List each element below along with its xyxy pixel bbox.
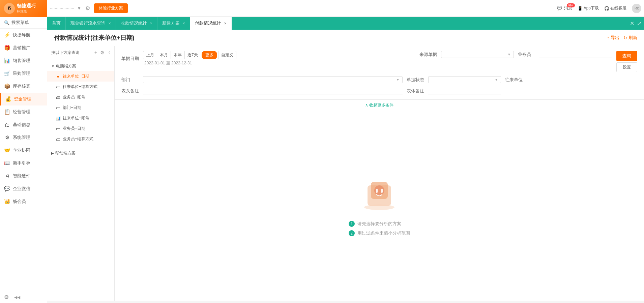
sidebar-search-label: 搜索菜单 <box>11 20 29 26</box>
sidebar-collapse-icon[interactable]: ◀◀ <box>14 295 20 300</box>
refresh-label: 刷新 <box>628 35 637 41</box>
tab-close-all-icon[interactable]: ✕ <box>630 20 634 27</box>
user-avatar[interactable]: Rit <box>632 4 641 13</box>
refresh-btn[interactable]: ↻ 刷新 <box>623 35 637 41</box>
date-btn-last-month[interactable]: 上月 <box>143 51 157 59</box>
mobile-group-title[interactable]: ▶ 移动端方案 <box>47 148 114 158</box>
date-btn-more[interactable]: 更多 <box>202 51 217 59</box>
scheme-partner-settle[interactable]: 🗃 往来单位+结算方式 <box>47 82 114 92</box>
scheme-staff-settle[interactable]: 🗃 业务员+结算方式 <box>47 134 114 144</box>
tab-new-scheme-label: 新建方案 <box>162 20 180 26</box>
tab-bank-flow[interactable]: 现金银行流水查询 ✕ <box>66 17 116 30</box>
scheme-label: 往来单位+日期 <box>63 73 89 79</box>
tab-expand-icon[interactable]: ⤢ <box>637 20 641 27</box>
date-btn-this-month[interactable]: 本月 <box>157 51 171 59</box>
scheme-collapse-icon[interactable]: 《 <box>107 50 110 55</box>
mobile-expand-arrow: ▶ <box>51 151 54 155</box>
sidebar-item-wechat[interactable]: 💬 企业微信 <box>0 182 47 195</box>
scheme-partner-date[interactable]: ● 往来单位+日期 <box>47 71 114 82</box>
filter-actions: 查询 设置 <box>616 51 637 72</box>
sidebar-settings-icon[interactable]: ⚙ <box>4 294 9 300</box>
scheme-dept-date[interactable]: 🗃 部门+日期 <box>47 102 114 113</box>
sidebar-item-sales[interactable]: 📊 销售管理 <box>0 54 47 67</box>
dept-arrow-icon: ▼ <box>396 78 400 82</box>
tab-new-scheme-close[interactable]: ✕ <box>182 22 185 25</box>
scheme-partner-account[interactable]: 📊 往来单位+账号 <box>47 113 114 123</box>
svg-rect-5 <box>381 189 383 193</box>
source-arrow-icon: ▼ <box>507 53 511 56</box>
sidebar-item-basic-info[interactable]: 🗂 基础信息 <box>0 118 47 131</box>
sidebar-item-purchase[interactable]: 🛒 采购管理 <box>0 67 47 80</box>
sidebar-search[interactable]: 🔍 搜索菜单 <box>0 17 47 29</box>
step2-text: 用过滤条件来缩小分析范围 <box>357 230 410 236</box>
app-download-label: App下载 <box>584 5 599 11</box>
sidebar-item-hardware[interactable]: 🖨 智能硬件 <box>0 170 47 182</box>
header-settings-icon[interactable]: ⚙ <box>85 5 90 11</box>
desktop-group-title[interactable]: ▼ 电脑端方案 <box>47 61 114 71</box>
purchase-icon: 🛒 <box>4 70 10 77</box>
staff-input[interactable] <box>539 51 612 58</box>
tab-bank-flow-close[interactable]: ✕ <box>108 22 111 25</box>
sidebar-item-guide[interactable]: 📖 新手引导 <box>0 157 47 170</box>
source-select[interactable]: ▼ <box>441 51 514 58</box>
dept-filter-label: 部门 <box>121 77 140 83</box>
left-panel-title: 按以下方案查询 <box>51 50 80 56</box>
tab-home[interactable]: 首页 <box>47 17 66 30</box>
date-filter-label: 单据日期 <box>121 56 140 62</box>
partner-input[interactable] <box>527 76 599 83</box>
scheme-label: 往来单位+结算方式 <box>63 84 97 90</box>
query-btn[interactable]: 查询 <box>616 51 637 61</box>
header-note-input[interactable] <box>143 87 403 94</box>
staff-date-icon: 🗃 <box>55 126 61 131</box>
collapse-bar[interactable]: ∧ 收起更多条件 <box>115 99 644 111</box>
header-dropdown-icon[interactable]: ▼ <box>77 6 81 11</box>
messages-btn[interactable]: 💬 消息 99+ <box>557 5 572 11</box>
sidebar-item-enterprise[interactable]: 🤝 企业协同 <box>0 144 47 157</box>
dept-select[interactable]: ▼ <box>143 76 403 83</box>
sidebar-item-marketing[interactable]: 🎁 营销推广 <box>0 41 47 54</box>
page-title: 付款情况统计(往来单位+日期) <box>54 34 135 42</box>
guide-icon: 📖 <box>4 160 10 166</box>
search-icon: 🔍 <box>4 20 9 25</box>
tab-receive-stats[interactable]: 收款情况统计 ✕ <box>116 17 157 30</box>
tab-payment-stats[interactable]: 付款情况统计 ✕ <box>190 17 232 30</box>
tab-new-scheme[interactable]: 新建方案 ✕ <box>157 17 190 30</box>
sidebar-item-label: 系统管理 <box>13 134 30 141</box>
tab-home-label: 首页 <box>52 20 61 26</box>
body-note-input[interactable] <box>428 87 501 94</box>
filter-settings-btn[interactable]: 设置 <box>616 62 637 72</box>
collapse-icon: ∧ <box>365 103 368 108</box>
content-body: 按以下方案查询 ＋ ⚙ 《 ▼ 电脑端方案 ● 往来单位+日期 <box>47 46 644 301</box>
sidebar-item-label: 新手引导 <box>13 160 30 166</box>
header-bar: ···················· ▼ ⚙ 体验行业方案 💬 消息 99+… <box>47 0 644 17</box>
trial-btn[interactable]: 体验行业方案 <box>94 3 128 13</box>
date-btn-custom[interactable]: 自定义 <box>218 51 236 59</box>
scheme-label: 业务员+结算方式 <box>63 136 93 142</box>
app-download-btn[interactable]: 📱 App下载 <box>578 5 599 11</box>
sidebar-item-member[interactable]: 👑 畅会员 <box>0 195 47 208</box>
export-btn[interactable]: ↑ 导出 <box>607 35 620 41</box>
scheme-staff-date[interactable]: 🗃 业务员+日期 <box>47 123 114 134</box>
sales-icon: 📊 <box>4 58 10 64</box>
header-note-label: 表头备注 <box>121 88 140 94</box>
sidebar-item-system[interactable]: ⚙ 系统管理 <box>0 131 47 144</box>
service-icon: 🎧 <box>604 6 609 11</box>
marketing-icon: 🎁 <box>4 45 10 51</box>
date-btn-last-7[interactable]: 近7天 <box>184 51 201 59</box>
sidebar-item-operation[interactable]: 📋 经营管理 <box>0 105 47 118</box>
date-btn-this-year[interactable]: 本年 <box>171 51 184 59</box>
sidebar-item-label: 智能硬件 <box>13 173 30 179</box>
sidebar-item-inventory[interactable]: 📦 库存核算 <box>0 80 47 93</box>
tab-payment-close[interactable]: ✕ <box>224 22 227 25</box>
capital-icon: 💰 <box>5 96 11 102</box>
scheme-settings-icon[interactable]: ⚙ <box>100 50 105 55</box>
doc-status-select[interactable]: ▼ <box>428 76 501 83</box>
sidebar-item-capital[interactable]: 💰 资金管理 <box>0 93 47 105</box>
sidebar-item-quick-nav[interactable]: ⚡ 快捷导航 <box>0 29 47 41</box>
empty-state: 1 请先选择要分析的方案 2 用过滤条件来缩小分析范围 <box>115 111 644 301</box>
add-scheme-icon[interactable]: ＋ <box>93 50 98 56</box>
online-service-btn[interactable]: 🎧 在线客服 <box>604 5 626 11</box>
scheme-staff-account[interactable]: 🗃 业务员+账号 <box>47 92 114 102</box>
doc-status-arrow-icon: ▼ <box>495 78 498 82</box>
tab-receive-close[interactable]: ✕ <box>150 22 152 25</box>
